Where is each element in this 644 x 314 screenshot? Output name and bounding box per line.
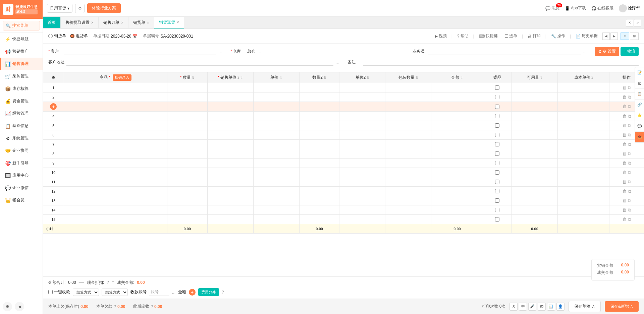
- category-select[interactable]: 日用百货 ▾: [47, 4, 72, 13]
- gift-chk[interactable]: [495, 114, 499, 118]
- gift-chk[interactable]: [495, 189, 499, 193]
- gift-chk[interactable]: [495, 133, 499, 137]
- staff-input[interactable]: [428, 48, 581, 55]
- row-unit2-2[interactable]: [339, 92, 385, 102]
- row-cost-2[interactable]: [558, 92, 609, 102]
- row-avail-3[interactable]: [512, 102, 558, 112]
- tab-sales-order-close[interactable]: ✕: [121, 21, 123, 24]
- sidebar-item-system[interactable]: ⚙ 系统管理: [0, 132, 43, 144]
- copy-icon[interactable]: ⧉: [628, 189, 631, 194]
- panel-link-button[interactable]: 🔗: [635, 100, 644, 110]
- panel-note-button[interactable]: 📝: [635, 67, 644, 78]
- fee-split-button[interactable]: 费用分摊: [198, 288, 219, 296]
- row-gift-2[interactable]: [483, 92, 512, 102]
- app-download-button[interactable]: 📱 App下载: [565, 5, 586, 11]
- topbar-gear-button[interactable]: ⚙: [75, 4, 85, 13]
- row-qty-3[interactable]: [167, 102, 207, 112]
- gift-checkbox-3[interactable]: [495, 105, 499, 109]
- row-gift-3[interactable]: [483, 102, 512, 112]
- row-pkg-3[interactable]: [385, 102, 431, 112]
- tab-sales-price-close[interactable]: ✕: [91, 21, 94, 24]
- receivable-help-icon[interactable]: ?: [151, 304, 153, 309]
- sidebar-settings-button[interactable]: ⚙: [3, 302, 12, 311]
- single-debt-help-icon[interactable]: ?: [114, 304, 116, 309]
- panel-star-button[interactable]: ⭐: [635, 110, 644, 121]
- gift-chk[interactable]: [495, 151, 499, 156]
- row-gift-1[interactable]: [483, 83, 512, 92]
- account-select-dots[interactable]: ...: [172, 290, 175, 295]
- settlement-method-select[interactable]: 结算方式: [73, 289, 99, 296]
- table-view-button[interactable]: ≡: [621, 33, 629, 40]
- settings-button[interactable]: ⚙ ⚙ 设置: [595, 47, 619, 56]
- gift-chk[interactable]: [495, 123, 499, 128]
- sidebar-item-quick-nav[interactable]: ⚡ 快捷导航: [0, 33, 43, 45]
- calendar-icon[interactable]: 📅: [132, 34, 138, 39]
- add-logistics-button[interactable]: + 物流: [621, 47, 639, 56]
- tool-mic-btn[interactable]: 🎤: [528, 303, 536, 311]
- warehouse-dots[interactable]: ...: [259, 49, 263, 54]
- del-icon[interactable]: 🗑: [622, 142, 627, 147]
- gift-chk[interactable]: [495, 142, 499, 146]
- panel-image-button[interactable]: 🖼: [635, 78, 644, 89]
- del-icon[interactable]: 🗑: [622, 207, 627, 213]
- gift-chk[interactable]: [495, 208, 499, 212]
- copy-row-3-icon[interactable]: ⧉: [628, 104, 631, 109]
- sort-icon-2[interactable]: ⇅: [240, 76, 243, 79]
- sort-icon[interactable]: ⇅: [192, 76, 195, 79]
- radio-return-input[interactable]: [70, 34, 74, 38]
- copy-icon[interactable]: ⧉: [628, 170, 631, 175]
- row-product-2[interactable]: [64, 92, 167, 102]
- copy-icon[interactable]: ⧉: [628, 123, 631, 128]
- sidebar-item-member[interactable]: 👑 畅会员: [0, 194, 43, 206]
- sort-icon-5[interactable]: ⇅: [367, 76, 369, 79]
- search-menu-button[interactable]: 🔍 搜索菜单: [3, 21, 40, 30]
- gift-checkbox-1[interactable]: [495, 85, 499, 90]
- row-unit2-1[interactable]: [339, 83, 385, 92]
- sort-icon-4[interactable]: ⇅: [324, 76, 326, 79]
- toolbar-shortcut[interactable]: ⌨ 快捷键: [477, 32, 500, 40]
- new-product-input[interactable]: [65, 104, 166, 109]
- row-qty2-3[interactable]: [299, 102, 339, 112]
- row-qty2-2[interactable]: [299, 92, 339, 102]
- toolbar-operate[interactable]: 🔧 操作: [549, 32, 567, 40]
- copy-icon[interactable]: ⧉: [628, 142, 631, 147]
- save-draft-button[interactable]: 保存草稿 ∧: [569, 301, 600, 312]
- row-unit-1[interactable]: [207, 83, 253, 92]
- row-amount-1[interactable]: [431, 83, 483, 92]
- note-input[interactable]: [363, 59, 639, 66]
- tool-person-btn[interactable]: 👤: [556, 303, 565, 311]
- row-amount-2[interactable]: [431, 92, 483, 102]
- message-button[interactable]: 💬 消息 70: [545, 5, 559, 11]
- row-amount-3[interactable]: [431, 102, 483, 112]
- unit-info-icon[interactable]: ℹ: [237, 75, 239, 80]
- sort-icon-6[interactable]: ⇅: [416, 76, 418, 79]
- prev-record-button[interactable]: ◀: [602, 33, 610, 40]
- sort-icon-3[interactable]: ⇅: [279, 76, 282, 79]
- copy-icon[interactable]: ⧉: [628, 207, 631, 213]
- grid-view-button[interactable]: ⊞: [630, 33, 639, 40]
- address-dots[interactable]: ...: [335, 60, 339, 65]
- tool-img-btn[interactable]: 🖼: [538, 303, 546, 311]
- delete-row-1-icon[interactable]: 🗑: [622, 85, 627, 90]
- copy-icon[interactable]: ⧉: [628, 198, 631, 203]
- row-qty-1[interactable]: [167, 83, 207, 92]
- gift-chk[interactable]: [495, 161, 499, 165]
- panel-log-button[interactable]: 📋: [635, 89, 644, 100]
- sidebar-item-enterprise[interactable]: 🤝 企业协同: [0, 144, 43, 157]
- sort-icon-8[interactable]: ⇅: [540, 76, 543, 79]
- tab-expand-button[interactable]: ⤢: [634, 19, 641, 26]
- tab-sales-order[interactable]: 销售订单 ✕: [99, 17, 128, 28]
- sidebar-item-finance[interactable]: 💰 资金管理: [0, 95, 43, 107]
- add-row-btn-cell[interactable]: +: [43, 102, 64, 112]
- row-pkg-1[interactable]: [385, 83, 431, 92]
- sort-icon-7[interactable]: ⇅: [460, 76, 463, 79]
- copy-row-2-icon[interactable]: ⧉: [628, 95, 631, 100]
- row-product-1[interactable]: [64, 83, 167, 92]
- customer-dots[interactable]: ...: [218, 49, 222, 54]
- sidebar-item-sales[interactable]: 📊 销售管理: [0, 58, 43, 70]
- save-new-button[interactable]: 保存&新增 ∧: [605, 301, 639, 312]
- copy-icon[interactable]: ⧉: [628, 114, 631, 119]
- add-payment-button[interactable]: +: [189, 289, 196, 296]
- del-icon[interactable]: 🗑: [622, 198, 627, 203]
- radio-delivery-input[interactable]: [48, 34, 53, 38]
